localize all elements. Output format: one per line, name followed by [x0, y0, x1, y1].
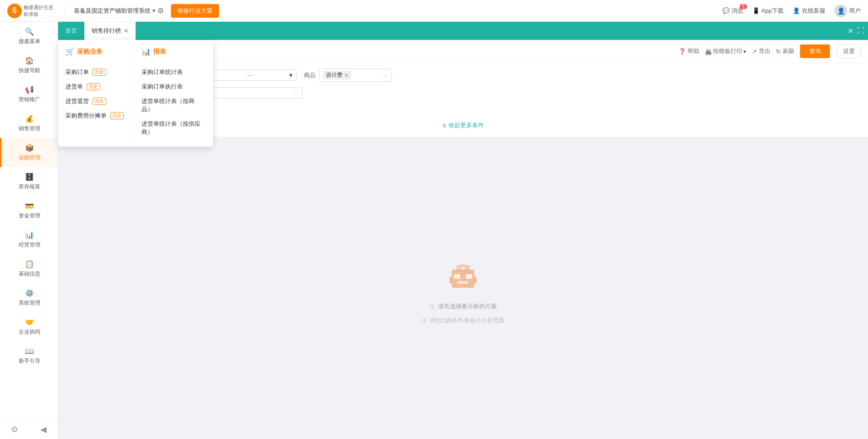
sidebar-label-quick-nav: 快捷导航	[19, 67, 40, 74]
sidebar-label-basic-info: 基础信息	[19, 270, 40, 278]
menu-section-report: 📊 报表 采购订单统计表 采购订单执行表 进货单统计表（按商品） 进货单统计表（…	[134, 47, 206, 139]
guide-icon: 📖	[25, 347, 34, 355]
export-icon: ↗	[752, 48, 757, 55]
notification-badge: 9	[740, 4, 747, 9]
collapse-label: 收起更多条件	[449, 121, 484, 129]
svg-rect-8	[461, 264, 465, 266]
menu-item-return[interactable]: 进货退货 历史	[65, 94, 130, 109]
sidebar-item-finance[interactable]: 💳 资金管理	[0, 196, 58, 225]
purchase-order-label: 采购订单	[65, 68, 89, 76]
business-section-icon: 🛒	[65, 47, 74, 56]
top-bar: 6 畅捷通好生意 标准版 装备及固定资产辅助管理系统 ▾ ⚙ 体验行业方案 💬 …	[0, 0, 868, 22]
tab-expand-btn[interactable]: ⛶	[857, 27, 864, 35]
incoming-stats-goods-label: 进货单统计表（按商品）	[141, 97, 206, 113]
sidebar-label-operations: 经营管理	[19, 241, 40, 249]
system-dropdown-btn[interactable]: ▾	[152, 7, 156, 14]
hint-bullet-1: ①	[429, 302, 435, 311]
empty-hint-1: ① 请先选择要分析的方案	[429, 302, 497, 311]
sidebar-item-search[interactable]: 🔍 搜索菜单	[0, 22, 58, 51]
empty-robot-icon	[440, 252, 486, 297]
service-icon: 👤	[793, 7, 800, 14]
user-action[interactable]: 👤 用户	[834, 5, 861, 17]
notification-action[interactable]: 💬 消息 9	[722, 7, 743, 15]
operations-icon: 📊	[25, 231, 34, 239]
query-btn[interactable]: 查询	[800, 44, 830, 58]
print-action[interactable]: 🖨️ 按模板打印 ▾	[705, 47, 746, 55]
sidebar-label-search: 搜索菜单	[19, 38, 40, 45]
sidebar-item-guide[interactable]: 📖 新手引导	[0, 341, 58, 370]
search-icon: 🔍	[25, 27, 34, 36]
sidebar-item-sales[interactable]: 💰 销售管理	[0, 109, 58, 138]
purchase-order-history-badge: 历史	[93, 69, 106, 76]
menu-item-incoming[interactable]: 进货单 历史	[65, 79, 130, 94]
sidebar-item-purchase[interactable]: 📦 采购管理	[0, 138, 58, 167]
refresh-action[interactable]: ↻ 刷新	[776, 47, 795, 55]
salesperson-input[interactable]: ···	[212, 87, 302, 99]
sidebar-item-basic-info[interactable]: 📋 基础信息	[0, 254, 58, 283]
inventory-icon: 🗄️	[25, 173, 34, 181]
sidebar-label-guide: 新手引导	[19, 357, 40, 365]
help-action[interactable]: ❓ 帮助	[678, 47, 699, 55]
svg-rect-1	[454, 274, 460, 279]
return-history-badge: 历史	[93, 98, 106, 105]
industry-btn[interactable]: 体验行业方案	[171, 4, 219, 18]
hint-bullet-2: ②	[421, 316, 428, 325]
empty-hint-text-1: 请先选择要分析的方案	[438, 302, 497, 311]
tab-sales-rank-label: 销售排行榜	[92, 27, 121, 35]
sidebar-item-operations[interactable]: 📊 经营管理	[0, 225, 58, 254]
top-bar-right: 💬 消息 9 📱 App下载 👤 在线客服 👤 用户	[722, 5, 861, 17]
status-input[interactable]: ··· ▾	[206, 69, 297, 81]
tab-home[interactable]: 首页	[58, 22, 84, 40]
logo-icon: 6	[7, 4, 22, 18]
print-label: 按模板打印	[713, 47, 742, 55]
sidebar-item-quick-nav[interactable]: 🏠 快捷导航	[0, 51, 58, 80]
sidebar-label-inventory: 库存核算	[19, 183, 40, 191]
sidebar-settings-btn[interactable]: ⚙	[11, 424, 18, 434]
menu-item-incoming-stats-supplier[interactable]: 进货单统计表（按供应商）	[141, 117, 206, 139]
tab-close-all-btn[interactable]: ✕	[848, 27, 853, 35]
app-download-action[interactable]: 📱 App下载	[752, 7, 784, 15]
goods-input[interactable]: 设计费 ✕ ···	[319, 69, 392, 82]
menu-section-business-title: 🛒 采购业务	[65, 47, 130, 59]
menu-item-order-stats[interactable]: 采购订单统计表	[141, 65, 206, 79]
sidebar-item-enterprise[interactable]: 🤝 企业协同	[0, 312, 58, 341]
menu-item-order-exec[interactable]: 采购订单执行表	[141, 79, 206, 94]
tag-close-icon[interactable]: ✕	[344, 72, 349, 79]
marketing-icon: 📢	[25, 85, 34, 94]
online-service-action[interactable]: 👤 在线客服	[793, 7, 825, 15]
svg-rect-5	[474, 276, 477, 284]
sidebar-item-marketing[interactable]: 📢 营销推广	[0, 80, 58, 109]
incoming-label: 进货单	[65, 83, 83, 91]
sidebar-item-system[interactable]: ⚙️ 系统管理	[0, 283, 58, 312]
sidebar-label-purchase: 采购管理	[19, 154, 40, 162]
phone-icon: 📱	[752, 7, 760, 14]
setting-btn[interactable]: 设置	[837, 44, 861, 58]
tab-close-btn[interactable]: ✕	[124, 28, 128, 34]
system-icon: ⚙️	[25, 289, 34, 297]
tab-sales-rank[interactable]: 销售排行榜 ✕	[84, 22, 136, 40]
export-label: 导出	[759, 47, 770, 55]
enterprise-icon: 🤝	[25, 318, 34, 326]
status-dots: ···	[247, 72, 252, 79]
status-chevron-icon: ▾	[289, 72, 293, 79]
goods-tag: 设计费 ✕	[323, 71, 351, 79]
menu-item-incoming-stats-goods[interactable]: 进货单统计表（按商品）	[141, 94, 206, 117]
empty-hint-text-2: 用[过滤]条件来缩小分析范围	[430, 316, 504, 325]
tab-bar-actions: ✕ ⛶	[848, 27, 868, 35]
logo-area: 6 畅捷通好生意 标准版	[7, 4, 54, 18]
menu-item-purchase-order[interactable]: 采购订单 历史	[65, 65, 130, 79]
sidebar-nav: 🔍 搜索菜单 🏠 快捷导航 📢 营销推广 💰 销售管理 📦 采购管	[0, 22, 58, 419]
help-icon: ❓	[678, 48, 686, 55]
purchase-dropdown-menu: 🛒 采购业务 采购订单 历史 进货单 历史 进货退货 历史 采购费用分摊单 历史	[58, 40, 213, 147]
sidebar-collapse-btn[interactable]: ◀	[40, 424, 47, 434]
sales-icon: 💰	[25, 114, 34, 123]
menu-item-expense[interactable]: 采购费用分摊单 历史	[65, 109, 130, 123]
tab-bar: 首页 销售排行榜 ✕ ✕ ⛶	[58, 22, 868, 40]
sidebar-label-finance: 资金管理	[19, 212, 40, 220]
system-settings-btn[interactable]: ⚙	[157, 6, 164, 15]
incoming-history-badge: 历史	[87, 83, 100, 90]
help-label: 帮助	[688, 47, 699, 55]
order-exec-label: 采购订单执行表	[141, 83, 183, 91]
export-action[interactable]: ↗ 导出	[752, 47, 770, 55]
sidebar-item-inventory[interactable]: 🗄️ 库存核算	[0, 167, 58, 196]
